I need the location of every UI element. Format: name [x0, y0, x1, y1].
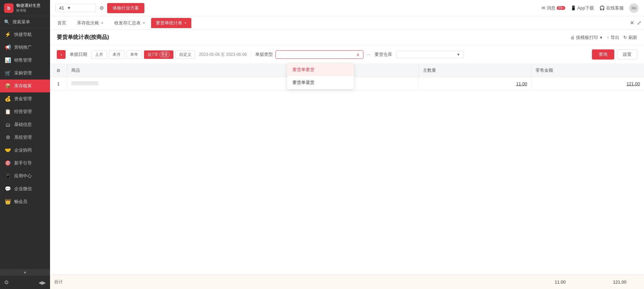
- export-btn[interactable]: ↑ 导出: [607, 35, 620, 41]
- col-settings-header[interactable]: ⚙: [50, 64, 67, 77]
- sidebar-item-label: 企业微信: [14, 186, 32, 192]
- sidebar-scroll-down[interactable]: ▼: [0, 269, 50, 275]
- week-badge: 更多: [160, 52, 170, 57]
- quantity-link[interactable]: 11.00: [516, 81, 527, 86]
- sidebar-item-guide[interactable]: 🎯 新手引导: [0, 157, 50, 170]
- sidebar: b 畅捷通好生意 标准版 🔍 搜索菜单 ⚡ 快捷导航 📢 营销推广 📊 销售管理…: [0, 0, 50, 289]
- date-range: 2023-05-06 至 2023-06-06: [199, 52, 247, 58]
- sidebar-item-label: 企业协同: [14, 147, 32, 153]
- tab-order-stats[interactable]: 要货单统计表 ×: [151, 18, 191, 28]
- page-area: 要货单统计表(按商品) 🖨 按模板打印 ▼ ↑ 导出 ↻ 刷新: [50, 30, 644, 289]
- tab-inventory-batch[interactable]: 库存批次账 ×: [72, 18, 108, 28]
- close-window-btn[interactable]: ✕: [630, 20, 634, 26]
- sidebar-item-sales[interactable]: 📊 销售管理: [0, 54, 50, 67]
- option-order[interactable]: 要货单要货: [287, 63, 354, 76]
- row-index: 1: [50, 77, 67, 90]
- sidebar-item-label: 库存核算: [14, 83, 32, 89]
- app-name: 畅捷通好生意: [16, 3, 41, 8]
- col-quantity-header: 主数量: [419, 64, 531, 77]
- sidebar-item-purchase[interactable]: 🛒 采购管理: [0, 67, 50, 80]
- print-label: 按模板打印: [576, 35, 598, 41]
- top-header: 41 ▼ ⚙ 体验行业方案 ✉ 消息 99+ 📱 App下载 🎧 在线客服 Ri…: [50, 0, 644, 16]
- service-icon: 🎧: [599, 5, 605, 10]
- refresh-btn[interactable]: ↻ 刷新: [623, 35, 637, 41]
- sidebar-item-label: 销售管理: [14, 57, 32, 63]
- sidebar-item-quick-nav[interactable]: ⚡ 快捷导航: [0, 28, 50, 41]
- filter-bar: › 单据日期 上月 本月 本年 近7天 更多 自定义 2023-05-06 至 …: [50, 45, 644, 64]
- sidebar-item-marketing[interactable]: 📢 营销推广: [0, 41, 50, 54]
- tab-close-order-stats[interactable]: ×: [184, 21, 187, 25]
- col-product-header: 商品: [67, 64, 292, 77]
- tabs-end-actions: ✕ ⤢: [630, 20, 641, 26]
- tab-order-stats-label: 要货单统计表: [156, 20, 182, 26]
- date-tab-year[interactable]: 本年: [126, 50, 142, 59]
- search-menu[interactable]: 🔍 搜索菜单: [0, 16, 50, 28]
- search-icon: 🔍: [4, 19, 10, 25]
- sidebar-bottom: ⚙ ◀▶: [0, 275, 50, 289]
- sidebar-item-vip[interactable]: 👑 畅会员: [0, 195, 50, 208]
- system-icon: ⚙: [4, 134, 11, 140]
- enterprise-icon: 🤝: [4, 147, 11, 153]
- row-product: [67, 77, 292, 90]
- sidebar-item-operation[interactable]: 📋 经营管理: [0, 105, 50, 118]
- option-return[interactable]: 要货单退货: [287, 76, 354, 89]
- sidebar-item-basic[interactable]: 🗂 基础信息: [0, 118, 50, 131]
- header-right: ✉ 消息 99+ 📱 App下载 🎧 在线客服 Rit: [542, 3, 639, 13]
- tab-close-inventory-batch[interactable]: ×: [101, 21, 103, 25]
- sidebar-item-app-center[interactable]: 📱 应用中心: [0, 170, 50, 182]
- doc-type-group: 单据类型 ∧ ···: [255, 50, 371, 59]
- app-logo: b 畅捷通好生意 标准版: [0, 0, 50, 16]
- doc-type-popup: 要货单要货 要货单退货: [287, 63, 354, 89]
- trial-button[interactable]: 体验行业方案: [107, 3, 144, 13]
- date-tab-week[interactable]: 近7天 更多: [144, 50, 173, 59]
- sidebar-item-label: 经营管理: [14, 109, 32, 115]
- sidebar-item-system[interactable]: ⚙ 系统管理: [0, 131, 50, 144]
- online-service-action[interactable]: 🎧 在线客服: [599, 5, 624, 11]
- sidebar-item-inventory[interactable]: 📦 库存核算: [0, 80, 50, 92]
- filter-divider: [251, 51, 251, 58]
- export-label: 导出: [611, 35, 619, 41]
- date-tab-custom[interactable]: 自定义: [175, 50, 195, 59]
- header-left: 41 ▼ ⚙ 体验行业方案: [55, 3, 144, 13]
- sidebar-item-label: 采购管理: [14, 70, 32, 76]
- settings-button[interactable]: 设置: [617, 49, 637, 60]
- print-icon: 🖨: [570, 35, 575, 40]
- marketing-icon: 📢: [4, 44, 11, 50]
- filter-expand-btn[interactable]: ›: [57, 50, 66, 59]
- app-download-action[interactable]: 📱 App下载: [571, 5, 594, 11]
- filter-action-btns: 查询 设置: [592, 49, 637, 60]
- sidebar-item-wechat[interactable]: 💬 企业微信: [0, 182, 50, 195]
- avatar[interactable]: Rit: [629, 3, 639, 13]
- tab-home-label: 首页: [57, 20, 66, 26]
- sidebar-item-enterprise[interactable]: 🤝 企业协同: [0, 144, 50, 157]
- finance-icon: 💰: [4, 96, 11, 102]
- message-icon: ✉: [542, 5, 545, 10]
- basic-icon: 🗂: [4, 122, 11, 128]
- sidebar-item-label: 新手引导: [14, 160, 32, 166]
- sidebar-item-label: 畅会员: [14, 199, 27, 205]
- print-btn[interactable]: 🖨 按模板打印 ▼: [570, 35, 603, 41]
- restore-window-btn[interactable]: ⤢: [637, 20, 641, 26]
- guide-icon: 🎯: [4, 160, 11, 166]
- query-button[interactable]: 查询: [592, 49, 614, 60]
- date-tab-prev[interactable]: 上月: [91, 50, 107, 59]
- amount-link[interactable]: 121.00: [626, 81, 640, 86]
- messages-action[interactable]: ✉ 消息 99+: [542, 5, 565, 11]
- branch-dropdown[interactable]: 41 ▼: [55, 4, 96, 12]
- sidebar-settings-icon[interactable]: ⚙: [4, 279, 9, 286]
- col-amount-header: 零售金额: [531, 64, 644, 77]
- sidebar-item-label: 应用中心: [14, 173, 32, 179]
- tab-close-receive-summary[interactable]: ×: [143, 21, 145, 25]
- sidebar-item-finance[interactable]: 💰 资金管理: [0, 92, 50, 105]
- search-menu-label: 搜索菜单: [13, 19, 30, 25]
- doc-type-dropdown[interactable]: ∧: [276, 50, 363, 59]
- tab-receive-summary[interactable]: 收发存汇总表 ×: [110, 18, 150, 28]
- tab-home[interactable]: 首页: [53, 18, 71, 28]
- settings-icon[interactable]: ⚙: [99, 5, 104, 11]
- avatar-text: Rit: [631, 6, 636, 10]
- filter-more-btn[interactable]: ···: [366, 51, 371, 58]
- sidebar-collapse-icon[interactable]: ◀▶: [39, 280, 46, 285]
- date-tab-curr[interactable]: 本月: [109, 50, 124, 59]
- warehouse-dropdown[interactable]: ▼: [396, 51, 464, 58]
- date-tabs: 上月 本月 本年 近7天 更多 自定义: [91, 50, 195, 59]
